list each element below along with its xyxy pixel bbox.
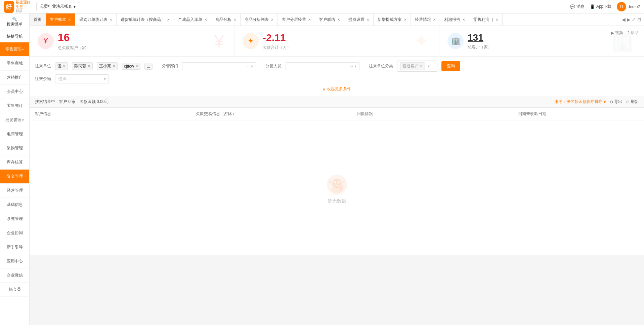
content-area: ¥ 16 总欠款客户（家） ¥ ✦ -2.11 欠: [30, 26, 644, 325]
help-link[interactable]: ? 帮助: [627, 30, 639, 36]
close-tab-product-inbound[interactable]: ✕: [204, 18, 207, 22]
results-info: 搜索结果中，客户 0 家 欠款金额 0.00元: [35, 99, 109, 105]
tag-more[interactable]: ...: [144, 63, 153, 70]
tag-wu[interactable]: 伍 ✕: [55, 62, 68, 70]
chevron-down-icon: ▾: [428, 64, 430, 69]
sidebar-item-retail-stats[interactable]: 零售统计: [0, 99, 29, 113]
stats-bar: ¥ 16 总欠款客户（家） ¥ ✦ -2.11 欠: [30, 26, 644, 57]
close-tab-customer-accounts[interactable]: ✕: [68, 18, 71, 22]
close-tab-retail-profit[interactable]: ✕: [496, 18, 498, 22]
svg-point-4: [338, 181, 340, 183]
sidebar-item-new-guide[interactable]: 新手引导: [0, 240, 29, 254]
balance-dropdown[interactable]: 选择... ▾: [55, 74, 109, 83]
tab-scroll-right[interactable]: ▶: [627, 17, 631, 22]
close-tab-stock-stats[interactable]: ✕: [167, 18, 170, 22]
credit-customers-number: 16: [58, 31, 90, 44]
sidebar-item-ecommerce-mgmt[interactable]: 电商管理: [0, 127, 29, 141]
total-customers-label: 总客户（家）: [468, 44, 492, 50]
close-tab-purchase-order-stats[interactable]: ✕: [110, 18, 112, 22]
refresh-icon: ⊙: [626, 100, 630, 104]
sidebar-item-ops-mgmt[interactable]: 经营管理: [0, 184, 29, 198]
tab-restore[interactable]: ⊡: [637, 17, 641, 22]
close-tab-ops-situation[interactable]: ✕: [433, 18, 436, 22]
unit-class-dropdown[interactable]: 普通客户 ✕ ▾: [397, 61, 437, 72]
remove-tag-wu[interactable]: ✕: [63, 64, 66, 68]
tab-product-analysis[interactable]: 商品分析 ✕: [211, 13, 241, 26]
sidebar-item-inventory[interactable]: 库存核算: [0, 155, 29, 170]
tab-product-inbound[interactable]: 产成品入库单 ✕: [174, 13, 211, 26]
collapse-filters-button[interactable]: ∧ 收起更多条件: [323, 86, 351, 92]
tab-home[interactable]: 首页: [30, 13, 46, 26]
tab-stock-stats[interactable]: 进货单统计表（按商品） ✕: [117, 13, 174, 26]
tab-maximize[interactable]: ⤢: [632, 17, 636, 22]
total-customers-icon: 🏢: [447, 33, 464, 49]
tag-wang[interactable]: 王小亮 ✕: [97, 62, 118, 70]
close-tab-product-analysis-list[interactable]: ✕: [271, 18, 273, 22]
sidebar-item-app-center[interactable]: 应用中心: [0, 254, 29, 268]
tag-cjttcw[interactable]: cjttcw ✕: [122, 63, 140, 70]
dept-dropdown[interactable]: ··· ▾: [182, 62, 256, 70]
sidebar-item-retail-mall[interactable]: 零售商城: [0, 57, 29, 71]
tab-profit-report[interactable]: 利润报告 ✕: [440, 13, 469, 26]
sidebar-item-wholesale-mgmt[interactable]: 批发管理 ▾: [0, 113, 29, 127]
remove-tag-wang[interactable]: ✕: [113, 64, 115, 68]
credit-amount-label: 欠款合计（万）: [263, 45, 291, 50]
sidebar-quick-nav[interactable]: 快捷导航: [0, 31, 29, 42]
person-filter-label: 分管人员: [265, 63, 282, 69]
tab-customer-contact[interactable]: 客户联络 ✕: [315, 13, 344, 26]
message-button[interactable]: 💬 消息: [570, 4, 585, 9]
tag-normal-customer[interactable]: 普通客户 ✕: [400, 62, 425, 70]
query-button[interactable]: 查询: [441, 61, 460, 71]
tab-bar: 首页 客户账本 ✕ 采购订单统计表 ✕ 进货单统计表（按商品） ✕ 产成品入库单…: [30, 13, 644, 26]
sidebar-item-marketing[interactable]: 营销推广: [0, 71, 29, 85]
app-download-button[interactable]: 📱 App下载: [590, 4, 611, 9]
dept-more-icon: ···: [246, 64, 250, 69]
tab-retail-profit[interactable]: 零售利润（ ✕: [469, 13, 503, 26]
tab-customer-tier[interactable]: 客户分层经营 ✕: [278, 13, 315, 26]
data-table: 客户信息 欠款交易信息（占比） 回款情况 到期未收款日期: [30, 108, 644, 255]
person-dropdown[interactable]: ··· ▾: [286, 62, 359, 70]
close-tab-commission-settings[interactable]: ✕: [367, 18, 369, 22]
sort-button[interactable]: 排序：按欠款金额倒序排序 ▾: [554, 99, 606, 105]
enterprise-selector[interactable]: 母婴行业演示帐套 ▾: [36, 2, 79, 11]
sidebar-item-member-center[interactable]: 会员中心: [0, 85, 29, 99]
tab-purchase-order-stats[interactable]: 采购订单统计表 ✕: [75, 13, 117, 26]
download-icon: 📱: [590, 4, 595, 9]
remove-tag-cjttcw[interactable]: ✕: [135, 64, 138, 68]
sidebar-item-vip-member[interactable]: 畅会员: [0, 283, 29, 297]
dept-filter-label: 分管部门: [162, 63, 178, 69]
tab-product-analysis-list[interactable]: 商品分析列表 ✕: [241, 13, 278, 26]
close-tab-product-analysis[interactable]: ✕: [233, 18, 236, 22]
tab-new-commission-plan[interactable]: 新增提成方案 ✕: [374, 13, 411, 26]
chevron-down-icon: ▾: [22, 118, 24, 122]
close-tab-customer-tier[interactable]: ✕: [308, 18, 311, 22]
export-button[interactable]: ⊙ 导出: [610, 99, 622, 105]
remove-tag-chen[interactable]: ✕: [88, 64, 90, 68]
col-overdue-date: 到期未收款日期: [518, 111, 639, 117]
header-right: 💬 消息 📱 App下载 D demo2: [570, 2, 640, 11]
sidebar-item-basic-info[interactable]: 基础信息: [0, 198, 29, 212]
sidebar-item-enterprise-wechat[interactable]: 企业微信: [0, 268, 29, 283]
user-menu[interactable]: D demo2: [617, 2, 640, 11]
unit-class-filter-label: 往来单位分类: [369, 63, 393, 69]
tab-customer-accounts[interactable]: 客户账本 ✕: [46, 13, 75, 26]
sidebar-item-retail-mgmt[interactable]: 零售管理 ▾: [0, 42, 29, 57]
refresh-button[interactable]: ⊙ 刷新: [626, 99, 639, 105]
tag-chen[interactable]: 陈民强 ✕: [72, 62, 93, 70]
tab-scroll-left[interactable]: ◀: [622, 17, 626, 22]
close-tab-profit-report[interactable]: ✕: [462, 18, 465, 22]
tab-ops-situation[interactable]: 经营情况 ✕: [411, 13, 440, 26]
close-tab-new-commission-plan[interactable]: ✕: [404, 18, 406, 22]
sidebar-search[interactable]: 🔍 搜索菜单: [0, 13, 29, 31]
sidebar-item-enterprise-collab[interactable]: 企业协同: [0, 226, 29, 240]
filter-row-1: 往来单位 伍 ✕ 陈民强 ✕ 王小亮 ✕ cjttcw: [35, 61, 639, 72]
remove-tag-normal-customer[interactable]: ✕: [420, 64, 423, 68]
chevron-down-icon: ▾: [251, 64, 253, 69]
sidebar: 🔍 搜索菜单 快捷导航 零售管理 ▾ 零售商城 营销推广 会员中心 零售统计 批…: [0, 13, 30, 325]
tab-commission-settings[interactable]: 提成设置 ✕: [344, 13, 374, 26]
sidebar-item-sys-mgmt[interactable]: 系统管理: [0, 212, 29, 226]
sidebar-item-purchase-mgmt[interactable]: 采购管理: [0, 141, 29, 155]
sidebar-item-finance-mgmt[interactable]: 资金管理: [0, 170, 29, 184]
video-link[interactable]: ▶ 视频: [611, 30, 623, 36]
close-tab-customer-contact[interactable]: ✕: [337, 18, 340, 22]
